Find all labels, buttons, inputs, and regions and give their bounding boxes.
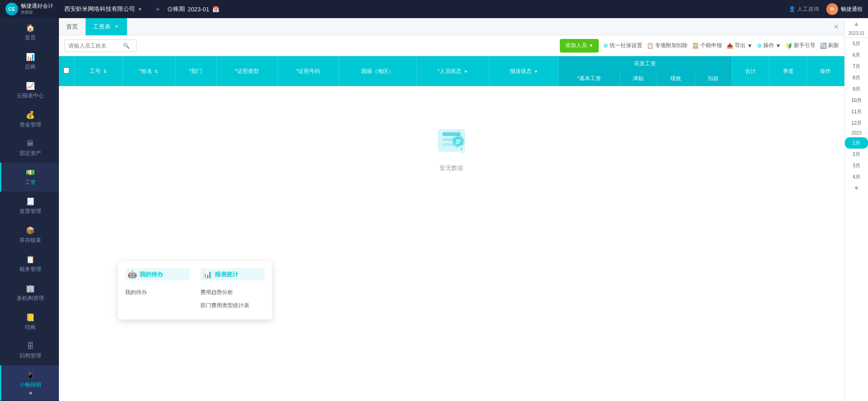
timeline-month-jul[interactable]: 7月 bbox=[845, 61, 868, 72]
inventory-icon: 📦 bbox=[26, 226, 35, 235]
popup-todo-label: 我的待办 bbox=[140, 271, 163, 279]
tab-bar-global-close[interactable]: ✕ bbox=[834, 23, 844, 30]
salary-table: 工号 ⇅ *姓名 ⇅ *部门 *证照类型 *证照号码 国籍（地区） *人员状态 … bbox=[59, 56, 844, 208]
customer-service-button[interactable]: 👤 人工咨询 bbox=[789, 5, 819, 13]
social-insurance-button[interactable]: ⚙ 统一社保设置 bbox=[603, 42, 642, 49]
guide-button[interactable]: 🔰 新手引导 bbox=[786, 42, 815, 49]
operation-dropdown: ▼ bbox=[776, 43, 781, 49]
top-bar-actions: ＋ ⚙ bbox=[154, 5, 173, 14]
tab-home[interactable]: 首页 bbox=[59, 18, 86, 35]
search-input[interactable] bbox=[68, 43, 123, 49]
empty-state: ? 暂无数据 bbox=[59, 86, 844, 208]
employee-id-sort[interactable]: ⇅ bbox=[103, 69, 107, 74]
refresh-button[interactable]: 🔄 刷新 bbox=[820, 42, 839, 49]
cloud-report-icon: 📈 bbox=[26, 82, 35, 90]
sidebar-label-inventory: 库存核算 bbox=[19, 237, 41, 244]
operation-label: 操作 bbox=[763, 42, 774, 49]
content-area: 首页 工资表 ✕ ✕ 🔍 添加人员 ▼ ⚙ 统一社保设置 bbox=[59, 18, 844, 401]
sidebar-item-expense[interactable]: 📱 小畅报销 ◀ bbox=[0, 365, 59, 401]
add-person-button[interactable]: 添加人员 ▼ bbox=[560, 39, 599, 53]
salary-icon: 💵 bbox=[26, 168, 35, 177]
service-icon: 👤 bbox=[789, 6, 795, 12]
service-label: 人工咨询 bbox=[797, 5, 819, 13]
svg-text:?: ? bbox=[460, 147, 463, 152]
sidebar-item-closing[interactable]: 📒 结账 bbox=[0, 308, 59, 337]
timeline-nav-up[interactable]: ▲ bbox=[852, 18, 862, 29]
sidebar-label-home: 首页 bbox=[25, 34, 36, 42]
ledger-icon: 📊 bbox=[26, 53, 35, 61]
timeline-month-jun[interactable]: 6月 bbox=[845, 49, 868, 61]
timeline-month-oct[interactable]: 10月 bbox=[845, 95, 868, 106]
timeline-month-sep[interactable]: 9月 bbox=[845, 83, 868, 95]
user-info[interactable]: 畅 畅捷通组 bbox=[826, 3, 863, 15]
period-selector[interactable]: 账期 2023-01 📅 bbox=[173, 5, 219, 13]
company-selector[interactable]: 西安虾米网络科技有限公司 ▼ bbox=[60, 5, 147, 13]
add-button[interactable]: ＋ bbox=[154, 5, 161, 14]
popup-todo-item-1[interactable]: 我的待办 bbox=[125, 286, 189, 299]
popup-report-item-1[interactable]: 费用趋势分析 bbox=[200, 286, 265, 299]
th-nationality: 国籍（地区） bbox=[339, 56, 416, 86]
refresh-icon: 🔄 bbox=[820, 43, 827, 49]
timeline-month-dec[interactable]: 12月 bbox=[845, 117, 868, 129]
person-status-filter[interactable]: ▼ bbox=[464, 69, 468, 74]
timeline-month-apr[interactable]: 4月 bbox=[845, 171, 868, 183]
app-edition: 旗舰版 bbox=[21, 10, 53, 15]
logo-area: CE 畅捷通好会计 旗舰版 bbox=[5, 3, 60, 15]
popup-report-label: 报表统计 bbox=[215, 271, 238, 279]
popup-todo-title: 🤖 我的待办 bbox=[125, 268, 189, 280]
sidebar-item-cloud-report[interactable]: 📈 云报表中心 bbox=[0, 76, 59, 105]
popup-report-item-2[interactable]: 部门费用类型统计表 bbox=[200, 299, 265, 312]
timeline-month-may[interactable]: 5月 bbox=[845, 38, 868, 49]
sidebar-item-general-ledger[interactable]: 📊 总账 bbox=[0, 47, 59, 76]
special-deduction-button[interactable]: 📋 专项附加扣除 bbox=[647, 42, 688, 49]
search-box[interactable]: 🔍 bbox=[64, 39, 137, 52]
sidebar-item-invoice[interactable]: 🧾 发票管理 bbox=[0, 192, 59, 221]
sidebar-item-inventory[interactable]: 📦 库存核算 bbox=[0, 221, 59, 250]
th-operation: 操作 bbox=[807, 56, 844, 86]
tab-salary[interactable]: 工资表 ✕ bbox=[86, 18, 127, 35]
sidebar-label-fixed-assets: 固定资产 bbox=[19, 150, 41, 157]
social-insurance-icon: ⚙ bbox=[603, 43, 608, 49]
sidebar-item-salary[interactable]: 💵 工资 bbox=[0, 163, 59, 192]
sidebar-item-archive[interactable]: 🗄 归档管理 bbox=[0, 337, 59, 365]
refresh-label: 刷新 bbox=[828, 42, 839, 49]
fund-icon: 💰 bbox=[26, 111, 35, 119]
sidebar-item-home[interactable]: 🏠 首页 bbox=[0, 18, 59, 47]
company-name: 西安虾米网络科技有限公司 bbox=[64, 5, 135, 13]
add-person-label: 添加人员 bbox=[565, 42, 587, 49]
name-sort[interactable]: ⇅ bbox=[155, 69, 158, 74]
tab-salary-label: 工资表 bbox=[93, 23, 111, 31]
th-allowance: 津贴 bbox=[620, 71, 657, 86]
popup-report-title: 📊 报表统计 bbox=[200, 268, 265, 280]
settings-button[interactable]: ⚙ bbox=[167, 5, 173, 14]
empty-illustration: ? bbox=[433, 122, 470, 159]
sidebar-item-multi-org[interactable]: 🏢 多机构管理 bbox=[0, 279, 59, 308]
app-name: 畅捷通好会计 bbox=[21, 3, 53, 9]
company-chevron: ▼ bbox=[138, 7, 142, 12]
sidebar-item-fund[interactable]: 💰 资金管理 bbox=[0, 105, 59, 134]
sidebar-item-fixed-assets[interactable]: 🏛 固定资产 bbox=[0, 134, 59, 163]
timeline-month-feb[interactable]: 2月 bbox=[845, 149, 868, 160]
timeline-month-nov[interactable]: 11月 bbox=[845, 106, 868, 117]
timeline-header: 2023.01 bbox=[845, 29, 868, 38]
export-button[interactable]: 📤 导出 ▼ bbox=[727, 42, 752, 49]
operation-button[interactable]: ⚙ 操作 ▼ bbox=[757, 42, 781, 49]
toolbar-right: 添加人员 ▼ ⚙ 统一社保设置 📋 专项附加扣除 🧮 个税申报 📤 bbox=[560, 39, 839, 53]
popup-menu: 🤖 我的待办 我的待办 📊 报表统计 费用趋势分析 部门费用类型统计表 bbox=[118, 261, 272, 319]
select-all-checkbox[interactable] bbox=[63, 68, 69, 73]
calendar-icon: 📅 bbox=[212, 6, 219, 13]
report-status-filter[interactable]: ▼ bbox=[534, 69, 538, 74]
export-label: 导出 bbox=[735, 42, 746, 49]
timeline-month-aug[interactable]: 8月 bbox=[845, 72, 868, 83]
table-wrapper: 工号 ⇅ *姓名 ⇅ *部门 *证照类型 *证照号码 国籍（地区） *人员状态 … bbox=[59, 56, 844, 401]
tax-icon: 📋 bbox=[26, 255, 35, 264]
timeline-month-jan[interactable]: 1月 bbox=[845, 137, 868, 149]
tab-salary-close[interactable]: ✕ bbox=[113, 24, 120, 30]
sidebar-item-tax[interactable]: 📋 税务管理 bbox=[0, 250, 59, 279]
sidebar-label-fund: 资金管理 bbox=[19, 121, 41, 129]
timeline-nav-down[interactable]: ▼ bbox=[852, 183, 862, 193]
top-right: 👤 人工咨询 畅 畅捷通组 bbox=[789, 3, 863, 15]
tax-report-button[interactable]: 🧮 个税申报 bbox=[692, 42, 722, 49]
timeline-month-mar[interactable]: 3月 bbox=[845, 160, 868, 171]
checkbox-column[interactable] bbox=[59, 56, 74, 86]
